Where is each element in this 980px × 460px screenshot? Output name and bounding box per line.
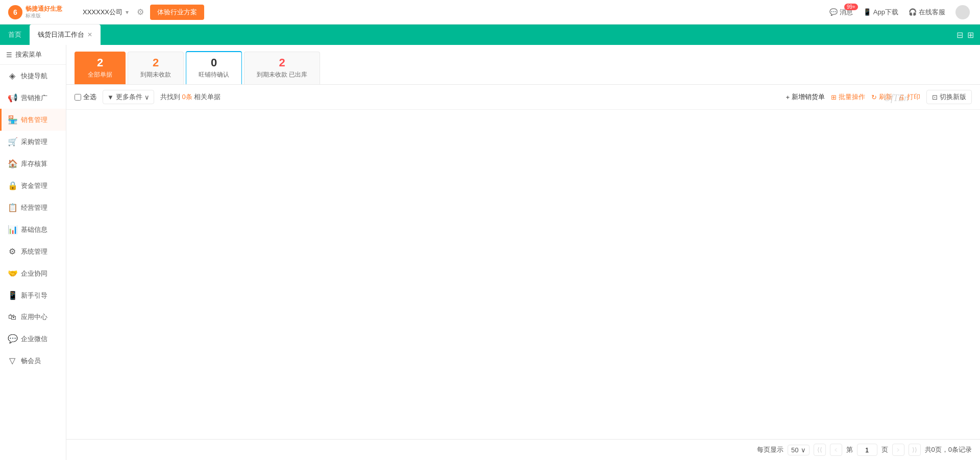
sidebar-item-inventory[interactable]: 🏠 库存核算 (0, 153, 66, 175)
sidebar-item-label-purchase: 采购管理 (21, 137, 47, 147)
message-item[interactable]: 💬 消息 99+ (829, 8, 853, 17)
nav-tabs-right: ⊟ ⊞ (957, 30, 980, 40)
app-download-label: App下载 (873, 8, 898, 17)
select-all-checkbox[interactable]: 全选 (75, 92, 96, 102)
page-size-select[interactable]: 50 ∨ (788, 445, 809, 455)
logo-title: 畅捷通好生意 (26, 5, 62, 12)
sidebar-item-sales[interactable]: 🏪 销售管理 (0, 109, 66, 131)
stats-tab-pending-num: 0 (211, 56, 217, 69)
total-label: 共0页，0条记录 (925, 445, 972, 454)
trial-button[interactable]: 体验行业方案 (150, 5, 204, 20)
found-suffix: 相关单据 (194, 93, 220, 101)
nav-tabs: 首页 钱货日清工作台 ✕ ⊟ ⊞ (0, 25, 980, 45)
tab-home[interactable]: 首页 (0, 25, 30, 45)
next-page-button[interactable]: ﹥ (892, 444, 904, 456)
sidebar-item-label-wechat: 企业微信 (21, 334, 47, 344)
tab-close-icon[interactable]: ✕ (87, 31, 92, 38)
top-header: 6 畅捷通好生意 标准版 XXXXXX公司 ▾ ⚙ 体验行业方案 💬 消息 99… (0, 0, 980, 25)
stats-tab-pending[interactable]: 0 旺铺待确认 (186, 51, 242, 84)
stats-tabs: 2 全部单据 2 到期未收款 0 旺铺待确认 2 到期未收款 已出库 (66, 45, 980, 85)
stats-tab-overdue-label: 到期未收款 (140, 70, 171, 79)
sidebar-item-wechat[interactable]: 💬 企业微信 (0, 328, 66, 350)
sidebar-item-system[interactable]: ⚙ 系统管理 (0, 240, 66, 262)
sidebar-item-label-basic-info: 基础信息 (21, 225, 47, 234)
finance-icon: 🔒 (8, 181, 17, 190)
wechat-icon: 💬 (8, 334, 17, 344)
stats-tab-all-num: 2 (97, 56, 103, 69)
select-all-label: 全选 (83, 92, 96, 102)
sidebar-item-quick-nav[interactable]: ◈ 快捷导航 (0, 65, 66, 87)
page-label: 第 (846, 445, 853, 454)
plus-icon: + (786, 93, 790, 101)
sidebar-item-label-sales: 销售管理 (21, 115, 47, 125)
sidebar-item-marketing[interactable]: 📢 营销推广 (0, 87, 66, 109)
sidebar-search[interactable]: ☰ 搜索菜单 (0, 45, 66, 65)
page-size-value: 50 (791, 446, 798, 454)
cooperation-icon: 🤝 (8, 269, 17, 278)
operation-icon: 📋 (8, 203, 17, 212)
marketing-icon: 📢 (8, 93, 17, 103)
page-size-chevron-icon: ∨ (801, 446, 806, 454)
minimize-icon[interactable]: ⊟ (957, 30, 963, 40)
logo-icon: 6 (8, 5, 22, 19)
settings-icon[interactable]: ⚙ (137, 7, 144, 17)
sidebar-item-app-center[interactable]: 🛍 应用中心 (0, 306, 66, 328)
sidebar-item-finance[interactable]: 🔒 资金管理 (0, 175, 66, 197)
switch-label: 切换新版 (940, 92, 966, 102)
sidebar-item-purchase[interactable]: 🛒 采购管理 (0, 131, 66, 153)
avatar (955, 5, 970, 19)
header-right: 💬 消息 99+ 📱 App下载 🎧 在线客服 (829, 5, 972, 19)
sidebar-item-label-system: 系统管理 (21, 247, 47, 256)
avatar-area[interactable] (955, 5, 972, 19)
tab-work[interactable]: 钱货日清工作台 ✕ (30, 25, 101, 45)
sidebar-item-guide[interactable]: 📱 新手引导 (0, 284, 66, 306)
sales-icon: 🏪 (8, 115, 17, 125)
found-count: 0条 (182, 93, 192, 101)
sidebar-item-label-finance: 资金管理 (21, 181, 47, 190)
sidebar-item-label-marketing: 营销推广 (21, 93, 47, 103)
stats-tab-pending-label: 旺铺待确认 (199, 70, 229, 79)
sidebar-item-label-operation: 经营管理 (21, 203, 47, 212)
stats-tab-all[interactable]: 2 全部单据 (75, 52, 126, 84)
batch-operation-button[interactable]: ⊞ 批量操作 (831, 92, 865, 102)
sidebar-search-label: 搜索菜单 (15, 50, 42, 59)
last-page-button[interactable]: ⟩⟩ (909, 444, 921, 456)
sidebar: ☰ 搜索菜单 ◈ 快捷导航 📢 营销推广 🏪 销售管理 🛒 采购管理 🏠 库存核… (0, 45, 66, 460)
sidebar-item-label-quick-nav: 快捷导航 (21, 71, 47, 81)
prev-page-button[interactable]: ﹤ (830, 444, 842, 456)
filter-button[interactable]: ▼ 更多条件 ∨ (103, 90, 154, 104)
page-number-input[interactable] (857, 444, 877, 456)
online-service-item[interactable]: 🎧 在线客服 (909, 8, 945, 17)
sidebar-item-basic-info[interactable]: 📊 基础信息 (0, 219, 66, 240)
add-order-button[interactable]: + 新增销货单 (786, 92, 825, 102)
inventory-icon: 🏠 (8, 159, 17, 168)
purchase-icon: 🛒 (8, 137, 17, 147)
basic-info-icon: 📊 (8, 225, 17, 234)
select-all-input[interactable] (75, 94, 81, 101)
logo-area: 6 畅捷通好生意 标准版 (8, 5, 75, 19)
company-selector[interactable]: XXXXXX公司 ▾ (79, 6, 133, 19)
filter-chevron-icon: ∨ (144, 93, 150, 101)
switch-icon: ⊡ (932, 93, 938, 101)
filter-icon: ▼ (107, 93, 114, 101)
stats-tab-shipped[interactable]: 2 到期未收款 已出库 (244, 52, 320, 84)
sidebar-item-member[interactable]: ▽ 畅会员 (0, 350, 66, 372)
app-download-item[interactable]: 📱 App下载 (863, 8, 898, 17)
sidebar-item-cooperation[interactable]: 🤝 企业协同 (0, 262, 66, 284)
page-of-label: 页 (881, 445, 888, 454)
maximize-icon[interactable]: ⊞ (967, 30, 974, 40)
system-icon: ⚙ (8, 247, 17, 256)
stats-tab-shipped-num: 2 (279, 56, 285, 69)
logo-subtitle: 标准版 (26, 13, 62, 19)
first-page-button[interactable]: ⟨⟨ (814, 444, 826, 456)
stats-tab-overdue[interactable]: 2 到期未收款 (128, 52, 184, 84)
app-center-icon: 🛍 (8, 312, 17, 322)
toolbar-right: + 新增销货单 ⊞ 批量操作 ↻ 刷新 🖨 打印 ⊡ 切换新版 (786, 90, 972, 104)
member-icon: ▽ (8, 356, 17, 366)
table-empty (66, 110, 980, 439)
sidebar-item-operation[interactable]: 📋 经营管理 (0, 197, 66, 219)
switch-version-button[interactable]: ⊡ 切换新版 (926, 90, 972, 104)
app-download-icon: 📱 (863, 8, 871, 16)
search-icon: ☰ (6, 51, 12, 59)
headset-icon: 🎧 (909, 8, 917, 16)
